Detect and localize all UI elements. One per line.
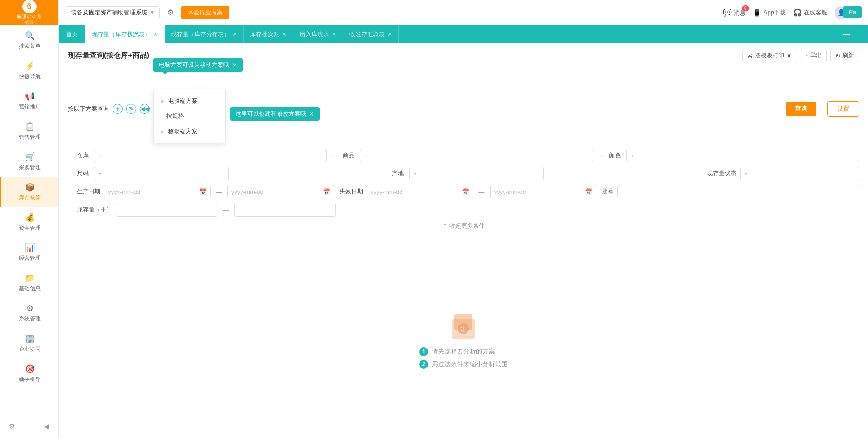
collapse-label: 收起更多条件 bbox=[449, 222, 485, 230]
edit-scheme-btn[interactable]: ✎ bbox=[126, 104, 136, 114]
collapse-btn[interactable]: ⌃ 收起更多条件 bbox=[68, 218, 859, 234]
color-label: 颜色 bbox=[609, 151, 623, 160]
marketing-icon: 📢 bbox=[25, 91, 35, 101]
inventory-main-from[interactable] bbox=[116, 203, 217, 217]
inventory-icon: 📦 bbox=[25, 182, 35, 192]
header-settings-btn[interactable]: ⚙ bbox=[163, 5, 178, 20]
sidebar-item-sales[interactable]: 📋 销售管理 bbox=[0, 116, 58, 146]
product-placeholder: ··· bbox=[364, 152, 369, 159]
tab-home-label: 首页 bbox=[66, 30, 78, 38]
system-icon: ⚙ bbox=[26, 303, 33, 313]
notification-action[interactable]: 💬 消息 6 bbox=[723, 8, 745, 17]
sidebar-item-marketing[interactable]: 📢 营销推广 bbox=[0, 86, 58, 116]
step-num-2: 2 bbox=[419, 360, 428, 369]
origin-input[interactable]: ▼ bbox=[409, 167, 544, 180]
calendar-icon: 📅 bbox=[199, 188, 207, 195]
export-icon: ↑ bbox=[806, 52, 809, 59]
tab-minimize-btn[interactable]: — bbox=[841, 28, 852, 40]
collapse-sidebar-btn[interactable]: ◀ bbox=[40, 420, 53, 433]
size-input[interactable]: ▼ bbox=[94, 167, 229, 180]
sidebar-item-basic[interactable]: 📁 基础信息 bbox=[0, 268, 58, 298]
sidebar-item-purchase[interactable]: 🛒 采购管理 bbox=[0, 146, 58, 177]
sales-icon: 📋 bbox=[25, 122, 35, 132]
empty-state: :| 1 请先选择要分析的方案 2 用过滤条件来缩小分析范围 bbox=[59, 240, 868, 438]
import-scheme-btn[interactable]: ◀◀ bbox=[140, 104, 150, 114]
top-header: 装备及固定资产辅助管理系统 ▼ ⚙ 体验行业方案 💬 消息 6 📱 App下载 … bbox=[59, 0, 868, 25]
service-icon: 🎧 bbox=[793, 8, 802, 17]
reset-btn[interactable]: 设置 bbox=[827, 101, 859, 117]
tab-inventory-status[interactable]: 现存量（库存状况表） ✕ bbox=[85, 25, 165, 43]
tab-close-icon[interactable]: ✕ bbox=[153, 31, 158, 38]
expiry-date-end-placeholder: yyyy-mm-dd bbox=[494, 188, 526, 195]
industry-btn[interactable]: 体验行业方案 bbox=[181, 6, 229, 19]
sidebar-item-system[interactable]: ⚙ 系统管理 bbox=[0, 298, 58, 328]
product-input[interactable]: ··· bbox=[360, 149, 593, 162]
expiry-date-input[interactable]: yyyy-mm-dd 📅 bbox=[367, 185, 473, 198]
tab-inout-flow[interactable]: 出入库流水 ✕ bbox=[293, 25, 343, 43]
sidebar-item-finance[interactable]: 💰 资金管理 bbox=[0, 207, 58, 237]
tab-collect-summary-label: 收发存汇总表 bbox=[349, 30, 385, 38]
sidebar-item-enterprise[interactable]: 🏢 企业协同 bbox=[0, 328, 58, 358]
refresh-btn[interactable]: ↻ 刷新 bbox=[830, 49, 859, 62]
management-icon: 📊 bbox=[25, 243, 35, 253]
notification-badge: 6 bbox=[742, 5, 749, 11]
tab-batch[interactable]: 库存批次账 ✕ bbox=[244, 25, 293, 43]
tab-inventory-dist[interactable]: 现存量（库存分布表） ✕ bbox=[165, 25, 244, 43]
refresh-icon: ↻ bbox=[835, 52, 840, 59]
refresh-label: 刷新 bbox=[842, 52, 854, 60]
expiry-date-end-input[interactable]: yyyy-mm-dd 📅 bbox=[490, 185, 597, 198]
expiry-cal-icon: 📅 bbox=[462, 188, 469, 195]
query-btn[interactable]: 查询 bbox=[786, 102, 816, 116]
sidebar-item-quick-nav[interactable]: ⚡ 快捷导航 bbox=[0, 56, 58, 86]
tab-maximize-btn[interactable]: ⛶ bbox=[854, 28, 864, 40]
page-title: 现存量查询(按仓库+商品) bbox=[68, 51, 149, 61]
add-scheme-btn[interactable]: + bbox=[113, 104, 123, 114]
sidebar-item-inventory[interactable]: 📦 库存核算 bbox=[0, 177, 58, 207]
app-download-action[interactable]: 📱 App下载 bbox=[753, 8, 786, 17]
warehouse-input[interactable]: ··· bbox=[94, 149, 327, 162]
size-arrow: ▼ bbox=[98, 171, 103, 176]
print-btn[interactable]: 🖨 按模板打印 ▼ bbox=[742, 49, 797, 62]
empty-steps: 1 请先选择要分析的方案 2 用过滤条件来缩小分析范围 bbox=[419, 347, 508, 369]
inventory-status-input[interactable]: ▼ bbox=[740, 167, 859, 180]
sidebar-item-label: 新手引导 bbox=[19, 376, 41, 383]
tab-batch-label: 库存批次账 bbox=[250, 30, 279, 38]
filter-label: 按以下方案查询 bbox=[68, 105, 109, 113]
tab-close-icon[interactable]: ✕ bbox=[232, 31, 237, 38]
edit-scheme-tooltip-close[interactable]: ✕ bbox=[309, 110, 314, 118]
sidebar-item-search[interactable]: 🔍 搜索菜单 bbox=[0, 25, 58, 56]
batch-field: 批号 bbox=[602, 185, 859, 198]
filter-section: 按以下方案查询 + ✎ ◀◀ 电脑方案可设为移动方案哦 ✕ ▶ 电脑端方 bbox=[59, 68, 868, 240]
sidebar-item-label: 系统管理 bbox=[19, 315, 41, 323]
purchase-icon: 🛒 bbox=[25, 152, 35, 162]
guide-icon: 🎯 bbox=[25, 364, 35, 374]
size-field: 尺码 ▼ bbox=[77, 167, 229, 180]
sidebar-item-guide[interactable]: 🎯 新手引导 bbox=[0, 358, 58, 389]
tab-close-icon[interactable]: ✕ bbox=[332, 31, 336, 38]
tab-close-icon[interactable]: ✕ bbox=[387, 31, 392, 38]
tab-close-icon[interactable]: ✕ bbox=[282, 31, 287, 38]
sidebar-item-label: 经营管理 bbox=[19, 254, 41, 262]
sidebar-item-management[interactable]: 📊 经营管理 bbox=[0, 237, 58, 268]
inventory-main-to[interactable] bbox=[234, 203, 336, 217]
settings-bottom-btn[interactable]: ⚙ bbox=[5, 420, 18, 433]
scheme-item-mobile[interactable]: ▶ 移动端方案 bbox=[154, 124, 225, 139]
tab-bar: 首页 现存量（库存状况表） ✕ 现存量（库存分布表） ✕ 库存批次账 ✕ 出入库… bbox=[59, 25, 868, 43]
batch-input[interactable] bbox=[617, 185, 859, 198]
tab-collect-summary[interactable]: 收发存汇总表 ✕ bbox=[343, 25, 399, 43]
scheme-tooltip-close[interactable]: ✕ bbox=[232, 61, 237, 69]
inventory-status-field: 现存量状态 ▼ bbox=[707, 167, 859, 180]
expiry-date-field: 失效日期 yyyy-mm-dd 📅 — yyyy-mm-dd 📅 bbox=[340, 185, 597, 198]
system-select[interactable]: 装备及固定资产辅助管理系统 ▼ bbox=[66, 6, 160, 19]
scheme-item-spec[interactable]: 按规格 bbox=[154, 108, 225, 124]
prod-date-end-input[interactable]: yyyy-mm-dd 📅 bbox=[227, 185, 334, 198]
tab-home[interactable]: 首页 bbox=[59, 25, 85, 43]
prod-date-input[interactable]: yyyy-mm-dd 📅 bbox=[104, 185, 211, 198]
color-input[interactable]: ▼ bbox=[626, 149, 859, 162]
empty-step-1: 1 请先选择要分析的方案 bbox=[419, 347, 508, 356]
export-btn[interactable]: ↑ 导出 bbox=[801, 49, 827, 62]
scheme-list: ▶ 电脑端方案 按规格 ▶ 移动端方案 bbox=[153, 89, 226, 143]
scheme-item-desktop[interactable]: ▶ 电脑端方案 bbox=[154, 93, 225, 108]
product-field: 商品 ··· bbox=[343, 149, 593, 162]
online-service-action[interactable]: 🎧 在线客服 bbox=[793, 8, 827, 17]
